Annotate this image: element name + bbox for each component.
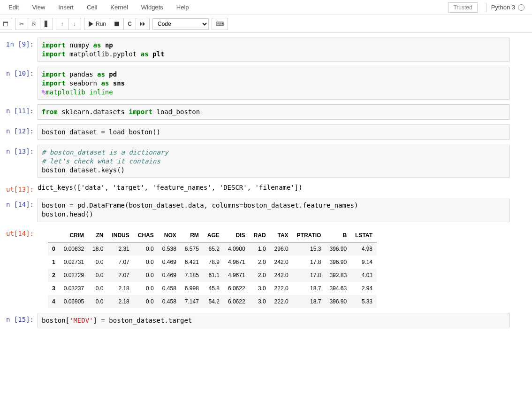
table-cell: 5.33 [351, 295, 377, 308]
table-cell: 0.0 [88, 256, 107, 269]
restart-run-all-button[interactable] [136, 18, 149, 30]
table-cell: 242.0 [270, 256, 293, 269]
play-icon [88, 21, 94, 27]
row-index: 0 [48, 242, 60, 256]
table-cell: 0.0 [88, 269, 107, 282]
table-cell: 4.0900 [224, 242, 250, 256]
column-header: B [325, 229, 351, 242]
table-cell: 0.0 [134, 295, 158, 308]
menu-insert[interactable]: Insert [52, 1, 80, 14]
in-prompt: n [14]: [0, 198, 38, 208]
cell-9[interactable]: In [9]: import numpy as np import matplo… [0, 38, 532, 62]
kernel-idle-icon [518, 4, 524, 11]
text-output: dict_keys(['data', 'target', 'feature_na… [38, 183, 509, 193]
table-cell: 17.8 [293, 256, 326, 269]
command-palette-button[interactable]: ⌨ [212, 18, 228, 30]
table-cell: 65.2 [203, 242, 224, 256]
code-input[interactable]: from sklearn.datasets import load_boston [38, 104, 509, 120]
index-header [48, 229, 60, 242]
copy-button[interactable]: ⎘ [28, 18, 40, 30]
code-input[interactable]: boston = pd.DataFrame(boston_dataset.dat… [38, 198, 509, 222]
svg-rect-1 [114, 22, 119, 26]
table-cell: 0.0 [134, 256, 158, 269]
table-cell: 18.0 [88, 242, 107, 256]
code-input[interactable]: import numpy as np import matplotlib.pyp… [38, 38, 509, 62]
column-header: NOX [158, 229, 181, 242]
table-cell: 242.0 [270, 269, 293, 282]
in-prompt: n [15]: [0, 313, 38, 323]
table-cell: 7.07 [107, 256, 133, 269]
cell-11[interactable]: n [11]: from sklearn.datasets import loa… [0, 104, 532, 120]
table-cell: 78.9 [203, 256, 224, 269]
cell-12[interactable]: n [12]: boston_dataset = load_boston() [0, 124, 532, 140]
table-cell: 0.538 [158, 242, 181, 256]
column-header: LSTAT [351, 229, 377, 242]
table-cell: 7.147 [181, 295, 203, 308]
table-cell: 396.90 [325, 242, 351, 256]
table-cell: 9.14 [351, 256, 377, 269]
table-cell: 392.83 [325, 269, 351, 282]
table-cell: 0.02731 [60, 256, 88, 269]
table-cell: 0.0 [134, 242, 158, 256]
table-cell: 394.63 [325, 282, 351, 295]
table-cell: 4.9671 [224, 269, 250, 282]
menu-widgets[interactable]: Widgets [135, 1, 170, 14]
copy-icon: ⎘ [32, 21, 36, 27]
trusted-badge[interactable]: Trusted [448, 2, 477, 13]
output-14: ut[14]: CRIMZNINDUSCHASNOXRMAGEDISRADTAX… [0, 227, 532, 308]
table-cell: 6.0622 [224, 295, 250, 308]
table-cell: 54.2 [203, 295, 224, 308]
arrow-up-icon: ↑ [61, 21, 64, 27]
menu-cell[interactable]: Cell [80, 1, 104, 14]
column-header: TAX [270, 229, 293, 242]
table-cell: 2.31 [107, 242, 133, 256]
column-header: CHAS [134, 229, 158, 242]
code-input[interactable]: boston_dataset = load_boston() [38, 124, 509, 140]
table-cell: 222.0 [270, 295, 293, 308]
table-cell: 0.00632 [60, 242, 88, 256]
table-row: 30.032370.02.180.00.4586.99845.86.06223.… [48, 282, 377, 295]
cell-15[interactable]: n [15]: boston['MEDV'] = boston_dataset.… [0, 313, 532, 328]
cell-13[interactable]: n [13]: # boston_dataset is a dictionary… [0, 145, 532, 178]
move-up-button[interactable]: ↑ [56, 18, 68, 30]
paste-icon: ▋ [45, 21, 49, 27]
menu-help[interactable]: Help [170, 1, 196, 14]
table-cell: 45.8 [203, 282, 224, 295]
code-input[interactable]: import pandas as pd import seaborn as sn… [38, 67, 509, 100]
table-cell: 6.575 [181, 242, 203, 256]
paste-button[interactable]: ▋ [40, 18, 53, 30]
out-prompt: ut[14]: [0, 227, 38, 237]
run-button[interactable]: Run [84, 18, 110, 30]
kernel-name[interactable]: Python 3 [491, 4, 515, 11]
table-cell: 0.0 [88, 295, 107, 308]
menu-view[interactable]: View [25, 1, 52, 14]
table-row: 10.027310.07.070.00.4696.42178.94.96712.… [48, 256, 377, 269]
table-cell: 2.18 [107, 282, 133, 295]
column-header: INDUS [107, 229, 133, 242]
table-cell: 0.458 [158, 282, 181, 295]
cut-button[interactable]: ✂ [15, 18, 28, 30]
move-down-button[interactable]: ↓ [68, 18, 81, 30]
restart-button[interactable]: C [124, 18, 136, 30]
table-cell: 2.94 [351, 282, 377, 295]
code-input[interactable]: boston['MEDV'] = boston_dataset.target [38, 313, 509, 328]
menu-kernel[interactable]: Kernel [104, 1, 135, 14]
table-cell: 18.7 [293, 282, 326, 295]
save-button[interactable] [0, 18, 12, 30]
table-cell: 18.7 [293, 295, 326, 308]
table-row: 00.0063218.02.310.00.5386.57565.24.09001… [48, 242, 377, 256]
table-cell: 3.0 [250, 282, 270, 295]
table-cell: 3.0 [250, 295, 270, 308]
dataframe-table: CRIMZNINDUSCHASNOXRMAGEDISRADTAXPTRATIOB… [48, 229, 377, 308]
menu-edit[interactable]: Edit [2, 1, 25, 14]
code-input[interactable]: # boston_dataset is a dictionary # let's… [38, 145, 509, 178]
cell-14[interactable]: n [14]: boston = pd.DataFrame(boston_dat… [0, 198, 532, 222]
table-cell: 4.03 [351, 269, 377, 282]
interrupt-button[interactable] [110, 18, 124, 30]
keyboard-icon: ⌨ [216, 21, 224, 27]
in-prompt: In [9]: [0, 38, 38, 48]
celltype-select[interactable]: Code [152, 18, 209, 30]
row-index: 1 [48, 256, 60, 269]
cell-10[interactable]: n [10]: import pandas as pd import seabo… [0, 67, 532, 100]
row-index: 2 [48, 269, 60, 282]
